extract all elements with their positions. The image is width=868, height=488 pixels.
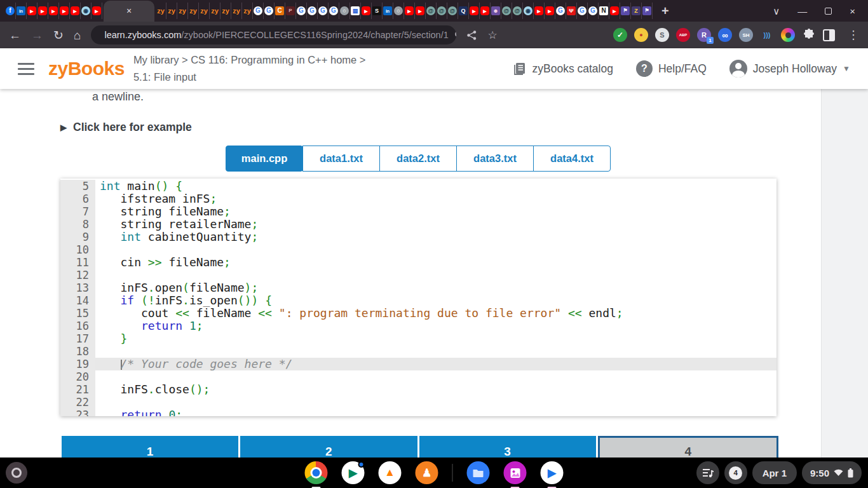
purple-character-tab[interactable]: ☻ [491,3,501,19]
facebook-tab[interactable]: f [5,3,16,19]
color-swirl-extension[interactable] [781,28,795,42]
system-tray-button[interactable]: 9:50 [802,461,862,484]
zybooks-tab[interactable]: zy [220,3,231,19]
file-tab-data2-txt[interactable]: data2.txt [379,146,457,172]
code-line-15[interactable]: 15 cout << fileName << ": program termin… [60,307,776,320]
google-tab[interactable]: G [307,3,318,19]
youtube-tab[interactable]: ▶ [404,3,415,19]
zybooks-tab[interactable]: zy [231,3,242,19]
s-black-tab[interactable]: S [372,3,383,19]
google-tab[interactable]: G [555,3,566,19]
teal-forum-tab[interactable]: @ [512,3,523,19]
code-line-12[interactable]: 12 [60,269,776,281]
youtube-tab[interactable]: ▶ [59,3,70,19]
share-icon[interactable] [466,30,477,41]
file-tab-data1-txt[interactable]: data1.txt [302,146,380,172]
pierce-college-tab[interactable]: P [285,3,296,19]
purple-flag-tab[interactable]: ⚑ [620,3,631,19]
teal-forum-tab[interactable]: @ [437,3,447,19]
r-extension[interactable]: R1 [697,28,711,42]
photos-app[interactable] [504,461,527,484]
infinity-extension[interactable]: ∞ [718,28,732,42]
code-line-17[interactable]: 17 } [60,332,776,345]
google-tab[interactable]: G [264,3,275,19]
youtube-tab[interactable]: ▶ [534,3,545,19]
browser-menu-icon[interactable]: ⋮ [845,28,859,42]
chevron-down-icon[interactable]: ∨ [773,6,780,16]
linkedin-tab[interactable]: in [383,3,393,19]
google-tab[interactable]: G [318,3,329,19]
youtube-tab[interactable]: ▶ [415,3,426,19]
code-line-21[interactable]: 21 inFS.close(); [60,383,776,396]
lightning-tab[interactable]: Z [631,3,642,19]
teal-forum-tab[interactable]: @ [426,3,437,19]
code-line-22[interactable]: 22 [60,396,776,409]
tab-close-icon[interactable]: × [126,6,132,16]
user-menu[interactable]: Joseph Holloway ▼ [729,60,850,78]
google-tab[interactable]: G [588,3,599,19]
code-line-9[interactable]: 9 int cabinetQuantity; [60,231,776,243]
code-line-14[interactable]: 14 if (!inFS.is_open()) { [60,294,776,307]
zybooks-tab[interactable]: zy [156,3,166,19]
zybooks-tab[interactable]: zy [242,3,253,19]
code-line-16[interactable]: 16 return 1; [60,320,776,332]
google-tab[interactable]: G [577,3,588,19]
split-screen-extension[interactable] [823,29,835,41]
puzzle-extension[interactable] [802,28,816,42]
code-line-23[interactable]: 23 return 0; [60,409,776,416]
globe-tab[interactable]: ○ [339,3,350,19]
teal-forum-tab[interactable]: @ [501,3,512,19]
zybooks-tab[interactable]: zy [210,3,220,19]
youtube-tab[interactable]: ▶ [70,3,81,19]
address-bar[interactable]: learn.zybooks.com/zybook/PIERCECOLLEGECS… [91,25,456,44]
file-tab-data3-txt[interactable]: data3.txt [456,146,534,172]
google-tab[interactable]: G [296,3,307,19]
code-line-8[interactable]: 8 string retailerName; [60,218,776,231]
code-line-13[interactable]: 13 inFS.open(fileName); [60,281,776,294]
reload-icon[interactable]: ↻ [53,29,64,41]
zybooks-tab[interactable]: zy [166,3,177,19]
instagram-tab[interactable]: ◉ [81,3,92,19]
minimize-icon[interactable]: — [797,6,807,16]
home-icon[interactable]: ⌂ [74,29,81,41]
code-line-5[interactable]: 5int main() { [60,180,776,193]
youtube-tab[interactable]: ▶ [48,3,59,19]
volume-waves-extension[interactable]: ))) [760,28,774,42]
zybooks-logo[interactable]: zyBooks [48,58,125,79]
code-line-18[interactable]: 18 [60,345,776,358]
code-line-10[interactable]: 10 [60,243,776,256]
vlc-app[interactable]: ▲ [379,461,402,484]
n-news-tab[interactable]: N [599,3,609,19]
check-extension[interactable]: ✓ [613,28,627,42]
zybooks-catalog-link[interactable]: zyBooks catalog [513,62,613,76]
close-window-icon[interactable]: × [850,6,855,16]
code-line-19[interactable]: 19 /* Your code goes here */ [60,358,776,370]
date-button[interactable]: Apr 1 [752,461,797,484]
orange-c-tab[interactable]: C [275,3,285,19]
sh-extension[interactable]: SH [739,28,753,42]
code-line-11[interactable]: 11 cin >> fileName; [60,256,776,269]
youtube-tab[interactable]: ▶ [37,3,48,19]
code-line-7[interactable]: 7 string fileName; [60,205,776,218]
listen-extension[interactable]: ● [634,28,648,42]
s-extension[interactable]: S [655,28,669,42]
google-tab[interactable]: G [253,3,264,19]
zoom-icon[interactable] [454,30,457,40]
q-search-tab[interactable]: Q [458,3,469,19]
back-icon[interactable]: ← [9,29,21,41]
notification-counter[interactable]: 4 [724,461,747,484]
file-tab-main-cpp[interactable]: main.cpp [226,146,303,172]
globe-tab[interactable]: ○ [393,3,404,19]
youtube-tab[interactable]: ▶ [27,3,37,19]
instagram-tab[interactable]: ◉ [523,3,534,19]
purple-flag-tab[interactable]: ⚑ [642,3,653,19]
chrome-app[interactable] [305,461,328,484]
files-app[interactable] [467,461,490,484]
teal-forum-tab[interactable]: @ [447,3,458,19]
restore-icon[interactable] [825,8,832,15]
example-toggle[interactable]: ▶ Click here for example [60,121,192,134]
linkedin-tab[interactable]: in [16,3,27,19]
breadcrumb[interactable]: My library > CS 116: Programming in C++ … [133,51,366,86]
bookmark-star-icon[interactable]: ☆ [487,29,497,42]
youtube-tab[interactable]: ▶ [92,3,102,19]
